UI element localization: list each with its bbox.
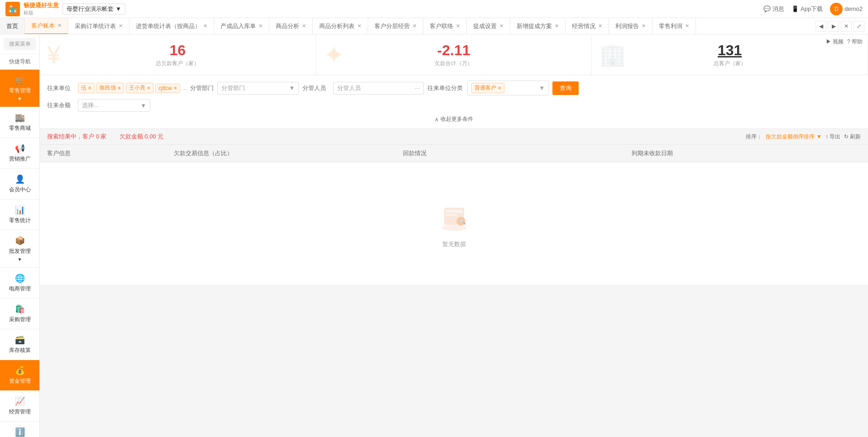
category-tag[interactable]: 普通客户 ✕ [471, 83, 504, 93]
tab-retail-profit[interactable]: 零售利润 ✕ [652, 18, 696, 34]
col-customer-info: 客户信息 [47, 149, 174, 157]
tab-inbound-stats[interactable]: 进货单统计表（按商品） ✕ [129, 18, 214, 34]
tab-close-icon[interactable]: ✕ [642, 23, 646, 29]
tab-home[interactable]: 首页 [0, 18, 25, 34]
user-menu[interactable]: D demo2 [830, 3, 863, 15]
category-filter-select[interactable]: 普通客户 ✕ ▼ [467, 81, 549, 95]
tab-close-icon[interactable]: ✕ [685, 23, 689, 29]
tab-commission-settings[interactable]: 提成设置 ✕ [467, 18, 510, 34]
stat-value-all-customers: 131 [714, 42, 746, 59]
filter-tag-chen[interactable]: 陈民强 ✕ [96, 83, 124, 93]
filter-more-btn[interactable]: ... [182, 85, 187, 91]
tab-close-all[interactable]: ✕ [841, 21, 852, 32]
tab-product-analysis[interactable]: 商品分析 ✕ [269, 18, 313, 34]
stats-help-area: ▶ 视频 ? 帮助 [826, 38, 863, 46]
tag-close-icon[interactable]: ✕ [173, 86, 177, 90]
tab-close-icon[interactable]: ✕ [357, 23, 361, 29]
sidebar-item-inventory[interactable]: 🗃️ 库存核算 [0, 329, 39, 360]
tag-close-icon[interactable]: ✕ [117, 86, 121, 90]
person-filter-select[interactable]: 分管人员 ··· [333, 82, 424, 95]
search-menu-button[interactable]: 搜索菜单 [4, 38, 36, 50]
tab-production-inbound[interactable]: 产成品入库单 ✕ [214, 18, 269, 34]
category-filter-label: 往来单位分类 [427, 84, 464, 92]
header-right: 💬 消息 📱 App下载 D demo2 [763, 3, 863, 15]
tab-close-icon[interactable]: ✕ [119, 23, 123, 29]
tab-expand[interactable]: ⤢ [854, 21, 864, 32]
tab-left-arrow[interactable]: ◀ [815, 21, 826, 32]
tab-controls: ◀ ▶ ✕ ⤢ [815, 21, 868, 32]
filter-tag-wu[interactable]: 伍 ✕ [78, 83, 95, 93]
help-btn[interactable]: ? 帮助 [847, 38, 863, 46]
empty-illustration: 🔍 [436, 199, 472, 235]
tab-product-analysis-list[interactable]: 商品分析列表 ✕ [313, 18, 368, 34]
sidebar-search-area: 搜索菜单 [0, 34, 39, 54]
chevron-down-icon: ▼ [140, 102, 146, 109]
arrow-icon: ▼ [18, 96, 22, 101]
app-download-button[interactable]: 📱 App下载 [791, 5, 823, 13]
sidebar-item-retail-mgmt[interactable]: 🛒 零售管理 ▼ [0, 70, 39, 107]
sidebar-item-purchase[interactable]: 🛍️ 采购管理 [0, 299, 39, 329]
tab-close-icon[interactable]: ✕ [555, 23, 559, 29]
tab-operations[interactable]: 经营情况 ✕ [566, 18, 609, 34]
sidebar-item-ecommerce[interactable]: 🌐 电商管理 [0, 268, 39, 299]
basic-info-icon: ℹ️ [15, 427, 25, 437]
video-help-btn[interactable]: ▶ 视频 [826, 38, 844, 46]
collapse-button[interactable]: ∧ 收起更多条件 [47, 115, 861, 123]
table-header: 客户信息 欠款交易信息（占比） 回款情况 到期未收款日期 [40, 145, 868, 162]
svg-rect-2 [446, 210, 462, 213]
tab-customer-contact[interactable]: 客户联络 ✕ [423, 18, 467, 34]
nav-tabs: 首页 客户账本 ✕ 采购订单统计表 ✕ 进货单统计表（按商品） ✕ 产成品入库单… [0, 18, 868, 34]
tag-close-icon[interactable]: ✕ [88, 86, 91, 90]
tab-right-arrow[interactable]: ▶ [828, 21, 839, 32]
sidebar-quick-nav[interactable]: 快捷导航 [0, 54, 39, 70]
sidebar-item-finance[interactable]: 💰 资金管理 [0, 360, 39, 391]
col-repayment: 回款情况 [403, 149, 632, 157]
tab-add-commission[interactable]: 新增提成方案 ✕ [510, 18, 566, 34]
stat-value-customers: 16 [156, 42, 199, 59]
tab-close-icon[interactable]: ✕ [259, 23, 263, 29]
person-filter-label: 分管人员 [302, 84, 330, 92]
sidebar-item-operations-mgmt[interactable]: 📈 经营管理 [0, 391, 39, 422]
sidebar-item-marketing[interactable]: 📢 营销推广 [0, 138, 39, 169]
query-button[interactable]: 查询 [552, 81, 579, 95]
tab-close-icon[interactable]: ✕ [203, 23, 207, 29]
col-debt-info: 欠款交易信息（占比） [174, 149, 403, 157]
sidebar-item-member[interactable]: 👤 会员中心 [0, 169, 39, 200]
account-selector[interactable]: 母婴行业演示帐套 ▼ [62, 4, 125, 14]
company-filter-tags: 伍 ✕ 陈民强 ✕ 王小亮 ✕ cjttcw ✕ ... [78, 83, 187, 93]
operations-icon: 📈 [15, 396, 25, 406]
sort-select[interactable]: 按欠款金额倒序排序 ▼ [766, 133, 822, 141]
tab-purchase-order[interactable]: 采购订单统计表 ✕ [68, 18, 129, 34]
export-icon: ↑ [825, 133, 828, 140]
tag-close-icon[interactable]: ✕ [498, 86, 501, 90]
dept-filter-label: 分管部门 [190, 84, 214, 92]
balance-filter-select[interactable]: 选择... ▼ [78, 99, 150, 112]
sidebar-item-wholesale[interactable]: 📦 批发管理 ▼ [0, 230, 39, 268]
retail-mall-icon: 🏬 [15, 113, 25, 123]
chevron-down-icon: ▼ [289, 85, 295, 91]
refresh-button[interactable]: ↻ 刷新 [844, 133, 861, 141]
filter-tag-wang[interactable]: 王小亮 ✕ [126, 83, 153, 93]
tab-close-icon[interactable]: ✕ [499, 23, 504, 29]
tab-customer-ledger[interactable]: 客户账本 ✕ [25, 18, 68, 34]
logo-area: 🏪 畅捷通好生意 标版 母婴行业演示帐套 ▼ [5, 1, 125, 16]
export-button[interactable]: ↑ 导出 [825, 133, 840, 141]
finance-icon: 💰 [15, 366, 25, 375]
tag-close-icon[interactable]: ✕ [147, 86, 150, 90]
tab-close-icon[interactable]: ✕ [412, 23, 417, 29]
avatar: D [830, 3, 843, 15]
message-button[interactable]: 💬 消息 [763, 5, 784, 13]
sidebar-item-retail-mall[interactable]: 🏬 零售商城 [0, 107, 39, 138]
tab-close-icon[interactable]: ✕ [598, 23, 602, 29]
sidebar-item-basic-info[interactable]: ℹ️ 基础信息 [0, 422, 39, 437]
sidebar-item-retail-stats[interactable]: 📊 零售统计 [0, 200, 39, 230]
stat-bg-icon-1: ¥ [47, 41, 60, 68]
tab-customer-tier[interactable]: 客户分层经营 ✕ [368, 18, 423, 34]
tab-close-icon[interactable]: ✕ [456, 23, 460, 29]
dept-filter-select[interactable]: 分管部门 ▼ [217, 82, 299, 95]
filter-tag-cjttcw[interactable]: cjttcw ✕ [155, 84, 180, 93]
tab-close-icon[interactable]: ✕ [302, 23, 306, 29]
tab-close-icon[interactable]: ✕ [58, 23, 62, 28]
marketing-icon: 📢 [15, 143, 25, 153]
tab-profit-report[interactable]: 利润报告 ✕ [609, 18, 652, 34]
